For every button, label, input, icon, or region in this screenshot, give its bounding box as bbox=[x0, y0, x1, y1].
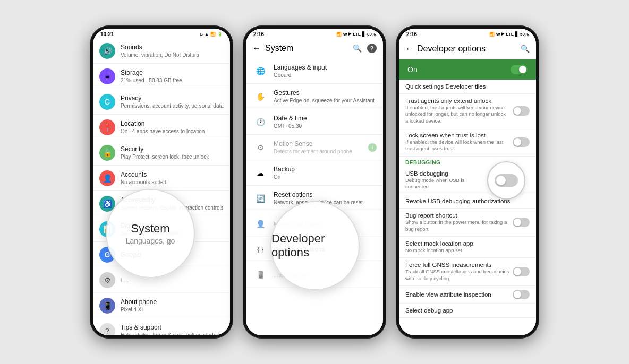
lte-icon-3: LTE bbox=[506, 32, 514, 37]
settings-item-about[interactable]: 📱 About phone Pixel 4 XL bbox=[93, 293, 230, 318]
yt-icon: ▶ bbox=[348, 32, 351, 36]
system-icon: ⚙ bbox=[99, 272, 115, 288]
system-item-backup[interactable]: ☁ Backup On bbox=[246, 160, 383, 186]
backup-icon: ☁ bbox=[252, 165, 268, 181]
search-icon-2[interactable]: 🔍 bbox=[353, 44, 362, 53]
storage-icon: ≡ bbox=[99, 68, 115, 84]
lockscreen-toggle[interactable] bbox=[513, 137, 530, 147]
dev-item-mocklocation[interactable]: Select mock location app No mock locatio… bbox=[399, 237, 536, 258]
whatsapp-icon-3: W bbox=[496, 32, 500, 37]
status-icons-1: G ▲ 📶 🔋 bbox=[200, 32, 223, 37]
signal-icon-1: ▲ bbox=[205, 32, 209, 37]
back-button-2[interactable]: ← bbox=[252, 44, 261, 53]
google-icon: G bbox=[200, 32, 203, 37]
settings-item-storage[interactable]: ≡ Storage 21% used - 50.83 GB free bbox=[93, 64, 230, 89]
status-icons-3: 📶 W ▶ LTE ▋ 59% bbox=[489, 32, 529, 37]
bugreport-sub: Show a button in the power menu for taki… bbox=[405, 219, 509, 232]
toolbar-icons-2: 🔍 ? bbox=[353, 44, 377, 53]
dev-item-gnss[interactable]: Force full GNSS measurements Track all G… bbox=[399, 258, 536, 286]
dev-item-quicksettings[interactable]: Quick settings Developer tiles bbox=[399, 80, 536, 94]
time-2: 2:16 bbox=[253, 31, 264, 37]
search-icon-3[interactable]: 🔍 bbox=[521, 45, 530, 53]
gestures-title: Gestures bbox=[274, 89, 377, 97]
system-item-datetime[interactable]: 🕐 Date & time GMT+05:30 bbox=[246, 109, 383, 135]
privacy-subtitle: Permissions, account activity, personal … bbox=[121, 102, 224, 109]
about-icon: 📱 bbox=[99, 298, 115, 314]
phone-3: 2:16 📶 W ▶ LTE ▋ 59% ← Developer options… bbox=[396, 25, 539, 339]
dev-item-bugreport[interactable]: Bug report shortcut Show a button in the… bbox=[399, 209, 536, 237]
dev-on-toggle[interactable] bbox=[511, 65, 528, 74]
trustagents-sub: If enabled, trust agents will keep your … bbox=[405, 105, 509, 124]
dev-toolbar: ← Developer options 🔍 bbox=[399, 38, 536, 59]
usb-debugging-title: USB debugging bbox=[405, 170, 488, 177]
tips-subtitle: Help articles, forum & chat, getting sta… bbox=[121, 332, 224, 336]
zoom-circle-2: Developer options bbox=[270, 201, 360, 290]
datetime-icon: 🕐 bbox=[252, 114, 268, 130]
datetime-subtitle: GMT+05:30 bbox=[274, 123, 377, 129]
dev-item-viewattr[interactable]: Enable view attribute inspection bbox=[399, 286, 536, 304]
security-subtitle: Play Protect, screen lock, face unlock bbox=[121, 153, 224, 160]
settings-item-sounds[interactable]: 🔊 Sounds Volume, vibration, Do Not Distu… bbox=[93, 38, 230, 64]
status-icons-2: 📶 W ▶ LTE ▋ 60% bbox=[336, 32, 376, 37]
languages-title: Languages & input bbox=[274, 64, 377, 71]
system-item-gestures[interactable]: ✋ Gestures Active Edge on, squeeze for y… bbox=[246, 84, 383, 109]
toolbar-2: ← System 🔍 ? bbox=[246, 38, 383, 58]
languages-icon: 🌐 bbox=[252, 63, 268, 79]
dev-item-trustagents[interactable]: Trust agents only extend unlock If enabl… bbox=[399, 94, 536, 128]
accounts-subtitle: No accounts added bbox=[121, 179, 224, 186]
wifi-icon-1: 📶 bbox=[210, 32, 216, 37]
quicksettings-title: Quick settings Developer tiles bbox=[405, 83, 530, 90]
lte-icon-2: LTE bbox=[353, 32, 361, 37]
battery-2: 60% bbox=[367, 32, 376, 37]
datetime-title: Date & time bbox=[274, 115, 377, 122]
circle-main-text-2: Developer options bbox=[271, 232, 359, 260]
dev-item-lockscreen[interactable]: Lock screen when trust is lost If enable… bbox=[399, 128, 536, 157]
devopt-icon: { } bbox=[252, 241, 268, 257]
mocklocation-sub: No mock location app set bbox=[405, 247, 530, 254]
location-title: Location bbox=[121, 120, 224, 127]
location-icon: 📍 bbox=[99, 119, 115, 135]
phones-container: 10:21 G ▲ 📶 🔋 🔊 Sounds Volume, vibration… bbox=[79, 15, 550, 349]
settings-item-location[interactable]: 📍 Location On · 4 apps have access to lo… bbox=[93, 115, 230, 140]
system-item-motionsense[interactable]: ⚙ Motion Sense Detects movement around p… bbox=[246, 135, 383, 160]
settings-item-privacy[interactable]: G Privacy Permissions, account activity,… bbox=[93, 89, 230, 115]
wifi-icon-3: 📶 bbox=[489, 32, 495, 37]
dev-item-usb[interactable]: USB debugging Debug mode when USB is con… bbox=[399, 167, 536, 195]
gnss-toggle[interactable] bbox=[513, 267, 530, 276]
usb-toggle-inner[interactable] bbox=[495, 174, 518, 187]
signal-icon-3: ▋ bbox=[515, 32, 518, 37]
system-item-languages[interactable]: 🌐 Languages & input Gboard bbox=[246, 58, 383, 84]
system-list: 🌐 Languages & input Gboard ✋ Gestures Ac… bbox=[246, 58, 383, 335]
back-button-3[interactable]: ← bbox=[405, 44, 414, 54]
settings-item-security[interactable]: 🔒 Security Play Protect, screen lock, fa… bbox=[93, 140, 230, 166]
settings-item-tips[interactable]: ? Tips & support Help articles, forum & … bbox=[93, 318, 230, 335]
dev-toolbar-title: Developer options bbox=[417, 44, 517, 54]
dev-on-bar: On bbox=[399, 59, 536, 80]
trustagents-toggle[interactable] bbox=[513, 106, 530, 116]
lockscreen-title: Lock screen when trust is lost bbox=[405, 132, 509, 138]
status-bar-1: 10:21 G ▲ 📶 🔋 bbox=[93, 29, 230, 38]
storage-subtitle: 21% used - 50.83 GB free bbox=[121, 77, 224, 84]
privacy-title: Privacy bbox=[121, 94, 224, 102]
circle-sub-text-1: Languages, go bbox=[126, 237, 175, 245]
system-title-p1: L... bbox=[121, 277, 224, 283]
gnss-title: Force full GNSS measurements bbox=[405, 262, 509, 268]
help-icon-2[interactable]: ? bbox=[367, 44, 377, 53]
circle-main-text-1: System bbox=[131, 222, 169, 236]
users-icon: 👤 bbox=[252, 216, 268, 232]
gnss-sub: Track all GNSS constellations and freque… bbox=[405, 268, 509, 282]
motionsense-subtitle: Detects movement around phone bbox=[274, 148, 363, 155]
reset-title: Reset options bbox=[274, 191, 377, 198]
settings-item-accounts[interactable]: 👤 Accounts No accounts added bbox=[93, 166, 230, 191]
settings-list-1: 🔊 Sounds Volume, vibration, Do Not Distu… bbox=[93, 38, 230, 335]
viewattr-toggle[interactable] bbox=[513, 290, 530, 299]
about-title: About phone bbox=[121, 298, 224, 306]
signal-icon-2: ▋ bbox=[362, 32, 366, 37]
bugreport-toggle[interactable] bbox=[513, 218, 530, 227]
usb-big-toggle-circle bbox=[487, 161, 525, 200]
dev-item-debugapp[interactable]: Select debug app bbox=[399, 304, 536, 318]
usb-debugging-sub: Debug mode when USB is connected bbox=[405, 177, 488, 190]
gestures-icon: ✋ bbox=[252, 89, 268, 105]
sounds-title: Sounds bbox=[121, 44, 224, 51]
security-title: Security bbox=[121, 145, 224, 153]
